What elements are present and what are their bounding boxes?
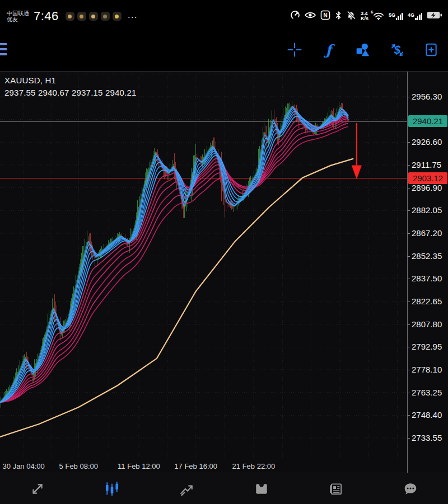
svg-text:N: N (323, 12, 327, 18)
wifi-icon: 6 (373, 10, 384, 22)
y-axis-label: 2911.75 (408, 159, 441, 171)
status-bar-left: 中国联通 优友 7:46 ··· (7, 9, 138, 23)
carrier-line1: 中国联通 (7, 10, 29, 16)
app-notification-icon (101, 12, 110, 21)
signal-5g: 5G (389, 12, 403, 20)
y-axis-label: 2763.25 (408, 387, 442, 398)
data-saver-icon (290, 10, 300, 22)
x-axis-label: 11 Feb 12:00 (118, 462, 160, 470)
y-axis-label: 2822.65 (408, 296, 442, 307)
clock: 7:46 (34, 9, 59, 23)
y-axis-label: 2778.10 (408, 364, 442, 375)
mute-icon (346, 11, 356, 22)
nav-messages[interactable] (398, 477, 423, 501)
notification-app-icons (66, 12, 122, 21)
candlestick-chart[interactable] (0, 72, 407, 459)
y-axis-label: 2748.40 (408, 409, 442, 421)
time-axis[interactable]: 30 Jan 04:005 Feb 08:0011 Feb 12:0017 Fe… (0, 459, 407, 473)
y-axis-label: 2867.20 (408, 228, 442, 239)
nav-news[interactable] (324, 477, 348, 501)
crosshair-icon[interactable] (287, 42, 302, 58)
x-axis-label: 30 Jan 04:00 (3, 462, 45, 470)
nav-quotes[interactable] (25, 477, 50, 501)
bluetooth-icon (335, 11, 342, 22)
current-price-tag: 2940.21 (408, 115, 447, 127)
app-notification-icon (66, 12, 74, 21)
menu-icon[interactable] (0, 43, 8, 59)
signal-5g-label: 5G (389, 12, 395, 18)
y-axis-label: 2792.95 (408, 341, 442, 352)
network-speed-unit: K/s (361, 16, 368, 21)
app-notification-icon (113, 12, 122, 21)
y-axis-label: 2733.55 (408, 432, 442, 444)
screen: 中国联通 优友 7:46 ··· N 3.4 (0, 0, 448, 504)
status-bar: 中国联通 优友 7:46 ··· N 3.4 (0, 0, 448, 31)
indicators-icon[interactable]: ƒ (321, 42, 337, 58)
signal-4g-label: 4G (408, 12, 414, 18)
y-axis-label: 2956.30 (408, 91, 442, 102)
ma-long-line (0, 159, 353, 437)
price-axis[interactable]: 2956.302926.602911.752896.902882.052867.… (407, 72, 448, 473)
nav-charts[interactable] (100, 477, 124, 501)
nav-trade[interactable] (174, 477, 199, 501)
new-order-icon[interactable] (423, 42, 439, 58)
y-axis-label: 2852.35 (408, 251, 442, 262)
ema-ribbon-fast (0, 107, 348, 402)
x-axis-label: 17 Feb 16:00 (174, 462, 217, 470)
ema-ribbon-slow (0, 116, 348, 402)
more-notifications-icon: ··· (128, 12, 138, 21)
signal-4g-bars (415, 12, 422, 20)
y-axis-label: 2882.05 (408, 205, 442, 216)
alert-price-tag: 2903.12 (408, 172, 447, 184)
y-axis-label: 2837.50 (408, 273, 442, 284)
eye-protection-icon (305, 11, 316, 21)
signal-4g: 4G (408, 12, 422, 20)
y-axis-label: 2807.80 (408, 319, 442, 330)
app-notification-icon (77, 12, 86, 21)
x-axis-label: 5 Feb 08:00 (59, 462, 98, 470)
x-axis-label: 21 Feb 22:00 (232, 462, 276, 470)
trade-icon[interactable]: $ (389, 42, 405, 58)
grid (0, 72, 407, 459)
carrier-line2: 优友 (7, 16, 29, 22)
network-speed: 3.4 K/s (361, 11, 368, 21)
y-axis-label: 2926.60 (408, 136, 442, 148)
objects-icon[interactable] (355, 42, 371, 58)
sell-arrow-annotation[interactable] (352, 123, 362, 180)
wifi-badge: 6 (371, 10, 373, 15)
signal-5g-bars (396, 12, 403, 20)
bottom-nav (0, 473, 448, 504)
battery-icon (427, 11, 442, 21)
chart-toolbar: ƒ $ (0, 31, 448, 71)
nfc-icon: N (320, 10, 330, 22)
carrier-label: 中国联通 优友 (7, 10, 29, 22)
nav-history[interactable] (249, 477, 274, 501)
chart-area[interactable]: XAUUSD, H1 2937.55 2940.67 2937.15 2940.… (0, 71, 448, 473)
status-bar-right: N 3.4 K/s 6 5G 4G (290, 10, 442, 22)
app-notification-icon (89, 12, 98, 21)
